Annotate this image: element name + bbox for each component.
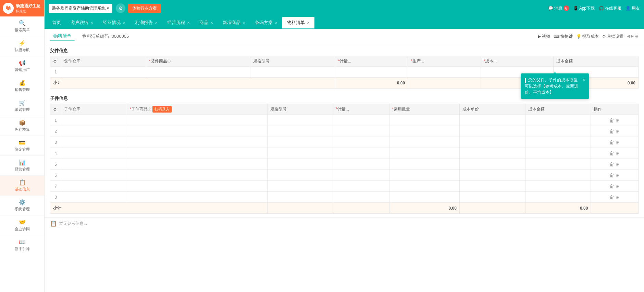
tab-profit[interactable]: 利润报告 ✕ [130,17,162,28]
child-row-2-quantity[interactable] [389,126,459,137]
copy-icon-row8[interactable]: ⊞ [616,195,620,200]
child-row-5-unit[interactable] [333,159,389,170]
child-row-3-cost-amount[interactable] [525,137,591,148]
child-row-1-goods[interactable] [127,115,267,126]
child-row-1-warehouse[interactable] [61,115,127,126]
copy-icon-row6[interactable]: ⊞ [616,173,620,178]
copy-icon-row1[interactable]: ⊞ [616,118,620,123]
child-row-7-unit[interactable] [333,181,389,192]
tab-operations-close[interactable]: ✕ [123,21,125,25]
sidebar-item-inventory[interactable]: 📦 库存核算 [0,116,44,136]
child-row-5-quantity[interactable] [389,159,459,170]
child-row-3-unit[interactable] [333,137,389,148]
delete-icon-row6[interactable]: 🗑 [609,173,614,178]
child-row-3-unit-cost[interactable] [459,137,525,148]
tab-profit-close[interactable]: ✕ [155,21,158,25]
child-row-2-spec[interactable] [267,126,333,137]
sidebar-item-purchase[interactable]: 🛒 采购管理 [0,96,44,116]
child-row-8-cost-amount[interactable] [525,192,591,203]
child-row-1-quantity[interactable] [389,115,459,126]
nav-prev-button[interactable]: ◀ [627,34,630,39]
child-row-4-quantity[interactable] [389,148,459,159]
view-video-button[interactable]: ▶ 视频 [538,34,550,39]
scan-button[interactable]: 扫码录入 [152,106,172,113]
child-row-4-unit[interactable] [333,148,389,159]
child-row-5-cost-amount[interactable] [525,159,591,170]
child-row-5-unit-cost[interactable] [459,159,525,170]
child-row-4-goods[interactable] [127,148,267,159]
sidebar-item-operations[interactable]: 📊 经营管理 [0,156,44,176]
tab-goods[interactable]: 商品 ✕ [195,17,218,28]
child-row-4-unit-cost[interactable] [459,148,525,159]
system-selector[interactable]: 装备及固定资产辅助管理系统 ▾ [49,4,112,13]
user-button[interactable]: 👤 用友 [626,5,640,11]
delete-icon-row2[interactable]: 🗑 [609,129,614,134]
online-service-button[interactable]: 🎧 在线客服 [599,5,621,11]
sidebar-item-quick-nav[interactable]: ⚡ 快捷导航 [0,36,44,56]
child-row-4-warehouse[interactable] [61,148,127,159]
child-row-6-spec[interactable] [267,170,333,181]
delete-icon-row3[interactable]: 🗑 [609,140,614,145]
tab-bom[interactable]: 物料清单 ✕ [282,17,314,28]
child-row-3-warehouse[interactable] [61,137,127,148]
child-row-1-unit-cost[interactable] [459,115,525,126]
child-row-7-quantity[interactable] [389,181,459,192]
child-row-6-cost-amount[interactable] [525,170,591,181]
delete-icon-row1[interactable]: 🗑 [609,118,614,123]
tab-customer[interactable]: 客户联络 ✕ [66,17,98,28]
child-row-3-spec[interactable] [267,137,333,148]
child-row-6-quantity[interactable] [389,170,459,181]
child-row-8-quantity[interactable] [389,192,459,203]
copy-icon-row2[interactable]: ⊞ [616,129,620,134]
child-row-2-unit-cost[interactable] [459,126,525,137]
sidebar-item-finance[interactable]: 💳 资金管理 [0,136,44,156]
child-row-6-goods[interactable] [127,170,267,181]
extract-cost-button[interactable]: 💡 提取成本 [576,34,599,39]
child-row-2-warehouse[interactable] [61,126,127,137]
child-row-4-cost-amount[interactable] [525,148,591,159]
tab-new-goods-close[interactable]: ✕ [243,21,245,25]
child-row-8-spec[interactable] [267,192,333,203]
child-row-6-warehouse[interactable] [61,170,127,181]
settings-button[interactable]: ⚙ [116,3,125,13]
child-row-5-warehouse[interactable] [61,159,127,170]
tab-history-close[interactable]: ✕ [187,21,190,25]
child-row-7-warehouse[interactable] [61,181,127,192]
tab-goods-close[interactable]: ✕ [210,21,213,25]
child-row-6-unit-cost[interactable] [459,170,525,181]
delete-icon-row8[interactable]: 🗑 [609,195,614,200]
copy-icon-row3[interactable]: ⊞ [616,140,620,145]
parent-warehouse-cell[interactable] [61,67,146,78]
child-row-5-goods[interactable] [127,159,267,170]
child-row-5-spec[interactable] [267,159,333,170]
grid-view-button[interactable]: ⊞ [634,34,639,39]
child-row-3-quantity[interactable] [389,137,459,148]
sidebar-item-guide[interactable]: 📖 新手引导 [0,235,44,255]
child-row-7-spec[interactable] [267,181,333,192]
sidebar-item-marketing[interactable]: 📢 营销推广 [0,56,44,76]
copy-icon-row5[interactable]: ⊞ [616,162,620,167]
copy-icon-row7[interactable]: ⊞ [616,184,620,189]
delete-icon-row5[interactable]: 🗑 [609,162,614,167]
tooltip-close-button[interactable]: × [583,77,585,83]
child-row-2-cost-amount[interactable] [525,126,591,137]
parent-spec-cell[interactable] [250,67,335,78]
child-row-1-spec[interactable] [267,115,333,126]
sidebar-item-system[interactable]: ⚙️ 系统管理 [0,196,44,215]
parent-col-settings[interactable]: ⚙ [50,56,61,67]
child-row-8-goods[interactable] [127,192,267,203]
single-settings-button[interactable]: ⚙ 单据设置 [602,34,623,39]
app-download-button[interactable]: 📱 App下载 [573,5,595,11]
child-row-2-goods[interactable] [127,126,267,137]
shortcut-button[interactable]: ⌨ 快捷键 [554,34,573,39]
sub-tab-bom-list[interactable]: 物料清单 [50,32,75,41]
nav-next-button[interactable]: ▶ [631,34,634,39]
sidebar-item-basic-info[interactable]: 📋 基础信息 [0,176,44,196]
child-row-7-cost-amount[interactable] [525,181,591,192]
sidebar-item-search[interactable]: 🔍 搜索菜单 [0,16,44,36]
child-row-2-unit[interactable] [333,126,389,137]
tab-home[interactable]: 首页 [47,17,66,28]
delete-icon-row4[interactable]: 🗑 [609,151,614,156]
tab-barcode-close[interactable]: ✕ [275,21,277,25]
child-col-settings[interactable]: ⚙ [50,104,61,115]
